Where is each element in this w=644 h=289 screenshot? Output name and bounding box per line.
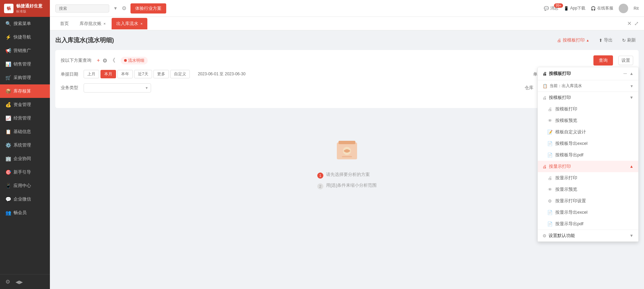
tab-flow[interactable]: 出入库流水 × (112, 18, 147, 29)
sidebar-item-label: 企业协同 (13, 156, 31, 162)
collapse-sidebar-icon[interactable]: ◀▶ (16, 279, 23, 285)
refresh-btn[interactable]: ↻ 刷新 (619, 36, 639, 45)
default-settings-chevron[interactable]: ▼ (630, 233, 634, 238)
date-7days-btn[interactable]: 近7天 (134, 70, 152, 78)
tab-batch-label: 库存批次账 (80, 21, 101, 27)
date-more-btn[interactable]: 更多 (153, 70, 169, 78)
date-last-month-btn[interactable]: 上月 (84, 70, 99, 78)
template-print-section-header: 🖨 按模板打印 ▼ (538, 92, 638, 103)
marketing-icon: 📢 (5, 48, 11, 53)
sidebar-item-marketing[interactable]: 📢 营销推广 (0, 44, 50, 57)
window-close-icon[interactable]: ✕ (627, 20, 632, 27)
filter-settings-icon[interactable]: ⚙ (103, 57, 107, 64)
window-expand-icon[interactable]: ⤢ (634, 20, 639, 27)
print-template-btn[interactable]: 🖨 按模板打印 ▲ (554, 36, 592, 45)
user-avatar[interactable] (619, 4, 628, 13)
sidebar-title: 畅捷通好生意 (16, 3, 42, 9)
date-this-month-btn[interactable]: 本月 (100, 70, 116, 78)
sidebar-item-purchase[interactable]: 🛒 采购管理 (0, 71, 50, 84)
mobile-icon: 📱 (564, 6, 569, 11)
display-section-chevron[interactable]: ▲ (630, 164, 634, 169)
operations-icon: 📈 (5, 115, 11, 121)
sidebar-item-sales[interactable]: 📊 销售管理 (0, 57, 50, 71)
sidebar-item-inventory[interactable]: 📦 库存核算 (0, 84, 50, 98)
sidebar-item-label: 库存核算 (13, 88, 31, 94)
filter-add-icon[interactable]: + (97, 57, 100, 63)
sidebar-item-apps[interactable]: 📱 应用中心 (0, 179, 50, 192)
topbar-gear-icon[interactable]: ⚙ (122, 5, 126, 11)
filter-tag-dot (124, 59, 127, 62)
sidebar-item-label: 新手引导 (13, 169, 31, 175)
settings-btn[interactable]: 设置 (618, 56, 633, 65)
sidebar-item-guide[interactable]: 🎯 新手引导 (0, 165, 50, 179)
system-icon: ⚙️ (5, 142, 11, 148)
export-btn[interactable]: ⬆ 导出 (596, 36, 615, 45)
sidebar-item-label: 基础信息 (13, 129, 31, 135)
tab-flow-label: 出入库流水 (116, 21, 138, 27)
filter-tag-flow[interactable]: 流水明细 (121, 57, 148, 64)
sidebar-item-members[interactable]: 👥 畅会员 (0, 206, 50, 219)
search-chevron-icon[interactable]: ▼ (113, 6, 118, 11)
sidebar-item-label: 企业微信 (13, 196, 31, 202)
current-template: 📋 当前：出入库流水 ▼ (538, 80, 638, 92)
basic-icon: 📋 (5, 129, 11, 134)
tab-batch-close-icon[interactable]: × (104, 22, 106, 26)
date-this-year-btn[interactable]: 本年 (117, 70, 133, 78)
display-excel-item[interactable]: 📄 按显示导出excel (538, 207, 638, 218)
settings-footer-icon[interactable]: ⚙ (5, 279, 10, 285)
message-btn[interactable]: 💬 消息 99+ (544, 5, 558, 11)
tab-flow-close-icon[interactable]: × (140, 22, 142, 26)
template-section-chevron[interactable]: ▼ (630, 95, 634, 100)
template-print-item[interactable]: 🖨 按模板打印 (538, 103, 638, 115)
display-preview-item[interactable]: 👁 按显示预览 (538, 184, 638, 195)
template-preview-item[interactable]: 👁 按模板预览 (538, 115, 638, 126)
date-custom-btn[interactable]: 自定义 (170, 70, 190, 78)
sidebar-item-finance[interactable]: 💰 资金管理 (0, 98, 50, 111)
customer-service-btn[interactable]: 🎧 在线客服 (591, 5, 613, 11)
members-icon: 👥 (5, 210, 11, 215)
page-content: 出入库流水(流水明细) 🖨 按模板打印 ▲ ⬆ 导出 ↻ 刷新 (50, 30, 644, 289)
sidebar-item-wechat[interactable]: 💬 企业微信 (0, 192, 50, 206)
sidebar-item-basic[interactable]: 📋 基础信息 (0, 125, 50, 138)
page-title: 出入库流水(流水明细) (55, 36, 114, 44)
query-btn[interactable]: 查询 (593, 55, 613, 65)
purchase-icon: 🛒 (5, 75, 11, 80)
display-print-item[interactable]: 🖨 按显示打印 (538, 172, 638, 184)
template-excel-item[interactable]: 📄 按模板导出excel (538, 138, 638, 149)
template-custom-icon: 📝 (547, 130, 553, 135)
dropdown-chevron-icon[interactable]: ▲ (630, 71, 634, 76)
empty-hint2: 用[选]条件来缩小分析范围 (326, 182, 377, 188)
sidebar-footer: ⚙ ◀▶ (0, 274, 50, 289)
sidebar-item-label: 搜索菜单 (13, 21, 31, 27)
sidebar-item-enterprise[interactable]: 🏢 企业协同 (0, 152, 50, 165)
filter-scheme-label: 按以下方案查询 (61, 57, 91, 63)
search-input[interactable] (55, 4, 109, 12)
sidebar-item-system[interactable]: ⚙️ 系统管理 (0, 138, 50, 152)
display-settings-item[interactable]: ⚙ 按显示打印设置 (538, 195, 638, 207)
display-settings-icon: ⚙ (547, 199, 553, 204)
dropdown-expand-icon[interactable]: ··· (623, 71, 627, 76)
sidebar-item-label: 应用中心 (13, 183, 31, 189)
sidebar-item-search[interactable]: 🔍 搜索菜单 (0, 17, 50, 30)
hint2-num: 2 (317, 183, 323, 189)
industry-btn[interactable]: 体验行业方案 (130, 3, 166, 14)
sidebar-item-shortcut[interactable]: ⚡ 快捷导航 (0, 30, 50, 44)
default-settings-section[interactable]: ⚙ 设置默认功能 ▼ (538, 230, 638, 241)
sidebar-item-label: 采购管理 (13, 75, 31, 81)
export-icon: ⬆ (599, 38, 603, 43)
printer-dropdown-icon: 🖨 (543, 71, 547, 76)
app-download-btn[interactable]: 📱 App下载 (564, 5, 585, 11)
tab-home[interactable]: 首页 (55, 18, 74, 29)
sidebar-item-operations[interactable]: 📈 经营管理 (0, 111, 50, 125)
business-type-select[interactable] (84, 83, 151, 93)
filter-collapse-icon[interactable]: 《 (110, 57, 115, 64)
template-pdf-item[interactable]: 📄 按模板导出pdf (538, 149, 638, 161)
tab-batch[interactable]: 库存批次账 × (75, 18, 110, 29)
apps-icon: 📱 (5, 183, 11, 188)
enterprise-icon: 🏢 (5, 156, 11, 161)
display-pdf-item[interactable]: 📄 按显示导出pdf (538, 218, 638, 230)
page-title-area: 出入库流水(流水明细) 🖨 按模板打印 ▲ ⬆ 导出 ↻ 刷新 (55, 36, 639, 45)
template-custom-item[interactable]: 📝 模板自定义设计 (538, 126, 638, 138)
current-template-chevron[interactable]: ▼ (630, 84, 634, 88)
tab-bar: 首页 库存批次账 × 出入库流水 × ✕ ⤢ (50, 17, 644, 30)
